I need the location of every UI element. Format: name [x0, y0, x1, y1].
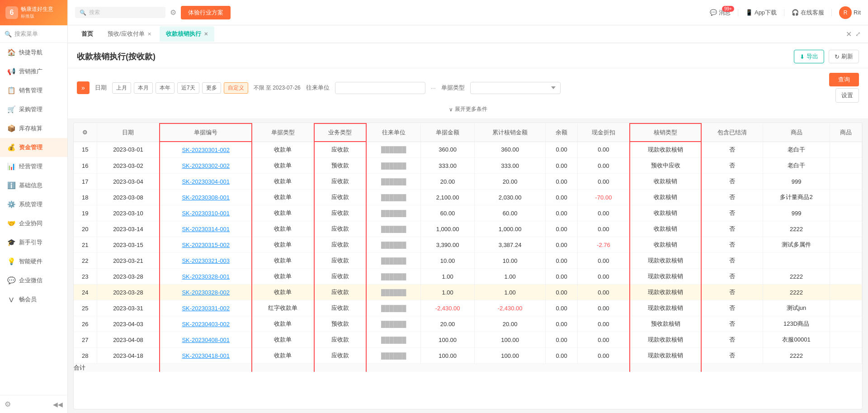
tab-close-icon[interactable]: ✕	[147, 31, 151, 37]
cell-voucher-no[interactable]: SK-20230331-002	[160, 300, 252, 316]
message-button[interactable]: 💬 消息 99+	[710, 9, 731, 17]
sidebar-item-hardware[interactable]: 💡 智能硬件	[0, 252, 67, 271]
voucher-link[interactable]: SK-20230310-001	[182, 210, 230, 217]
cell-no: 20	[74, 221, 97, 237]
sidebar-item-basic[interactable]: ℹ️ 基础信息	[0, 176, 67, 195]
cell-include-settled: 否	[701, 158, 763, 174]
collection-tab-label: 收款核销执行	[166, 30, 201, 38]
this-month-btn[interactable]: 本月	[134, 82, 153, 94]
table-row: 15 2023-03-01 SK-20230301-002 收款单 应收款 ██…	[74, 142, 862, 158]
sidebar-item-marketing[interactable]: 📢 营销推广	[0, 62, 67, 81]
voucher-link[interactable]: SK-20230321-003	[182, 257, 230, 264]
tab-close-icon[interactable]: ✕	[204, 31, 208, 37]
cell-biz-type: 应收款	[314, 142, 367, 158]
data-table: ⚙ 日期 单据编号 单据类型 业务类型 往来单位 单据金额 累计核销金额 余额 …	[74, 123, 862, 372]
this-year-btn[interactable]: 本年	[156, 82, 175, 94]
cell-voucher-no[interactable]: SK-20230310-001	[160, 205, 252, 221]
tab-collection[interactable]: 收款核销执行 ✕	[160, 26, 214, 42]
cell-cash-discount: -70.00	[578, 190, 630, 205]
cell-voucher-no[interactable]: SK-20230328-002	[160, 285, 252, 300]
voucher-link[interactable]: SK-20230331-002	[182, 305, 230, 312]
cell-goods2	[830, 300, 862, 316]
cell-voucher-no[interactable]: SK-20230408-001	[160, 332, 252, 348]
voucher-link[interactable]: SK-20230308-001	[182, 194, 230, 201]
expand-more-bar[interactable]: ∨ 展开更多条件	[77, 103, 859, 114]
sidebar-item-system[interactable]: ⚙️ 系统管理	[0, 195, 67, 214]
cell-voucher-type: 收款单	[252, 269, 314, 285]
voucher-type-select[interactable]	[470, 82, 561, 94]
sidebar-item-corp[interactable]: 🤝 企业协同	[0, 214, 67, 233]
last-7days-btn[interactable]: 近7天	[177, 82, 199, 94]
tab-prepay[interactable]: 预收/应收付单 ✕	[101, 26, 158, 42]
sidebar-item-sales[interactable]: 📋 销售管理	[0, 81, 67, 100]
cell-voucher-no[interactable]: SK-20230301-002	[160, 142, 252, 158]
export-button[interactable]: ⬇ 导出	[794, 50, 824, 63]
voucher-link[interactable]: SK-20230403-002	[182, 321, 230, 328]
settings-icon[interactable]: ⚙	[5, 400, 11, 408]
home-tab-label: 首页	[81, 30, 93, 38]
maximize-icon[interactable]: ⤢	[855, 30, 861, 38]
cell-goods2	[830, 142, 862, 158]
cell-voucher-no[interactable]: SK-20230418-001	[160, 348, 252, 364]
last-month-btn[interactable]: 上月	[112, 82, 131, 94]
app-logo: 6 畅康道好生意 标推版	[0, 0, 67, 25]
sidebar-item-operation[interactable]: 📊 经营管理	[0, 157, 67, 176]
voucher-link[interactable]: SK-20230301-002	[182, 147, 230, 153]
headset-icon: 🎧	[792, 9, 799, 16]
query-button[interactable]: 查询	[829, 73, 859, 86]
cell-balance: 0.00	[546, 142, 578, 158]
tab-home[interactable]: 首页	[75, 26, 99, 42]
cell-goods2	[830, 332, 862, 348]
partner-input[interactable]	[335, 82, 425, 94]
cell-balance: 0.00	[546, 190, 578, 205]
solution-button[interactable]: 体验行业方案	[181, 6, 231, 19]
sidebar-item-purchase[interactable]: 🛒 采购管理	[0, 100, 67, 119]
cell-voucher-no[interactable]: SK-20230302-002	[160, 158, 252, 174]
more-filter-btn[interactable]: ···	[431, 85, 436, 91]
sidebar-item-wechat[interactable]: 💬 企业微信	[0, 271, 67, 290]
cell-voucher-no[interactable]: SK-20230315-002	[160, 237, 252, 253]
topbar-search-wrap[interactable]: 🔍 搜索	[75, 7, 165, 18]
settings-button[interactable]: 设置	[835, 88, 859, 103]
cell-voucher-no[interactable]: SK-20230314-001	[160, 221, 252, 237]
cell-balance: 0.00	[546, 269, 578, 285]
user-menu[interactable]: R Rit	[839, 6, 861, 19]
close-all-icon[interactable]: ✕	[846, 30, 852, 38]
online-service-btn[interactable]: 🎧 在线客服	[792, 9, 824, 17]
th-setting[interactable]: ⚙	[74, 123, 97, 142]
cell-no: 17	[74, 174, 97, 190]
voucher-link[interactable]: SK-20230408-001	[182, 337, 230, 343]
custom-date-btn[interactable]: 自定义	[224, 82, 248, 94]
cell-voucher-type: 收款单	[252, 142, 314, 158]
voucher-link[interactable]: SK-20230328-001	[182, 273, 230, 280]
sidebar-item-inventory[interactable]: 📦 库存核算	[0, 119, 67, 138]
sidebar-item-member[interactable]: V 畅会员	[0, 290, 67, 309]
cell-voucher-no[interactable]: SK-20230328-001	[160, 269, 252, 285]
sidebar-item-label: 新手引导	[19, 238, 42, 247]
more-date-btn[interactable]: 更多	[202, 82, 221, 94]
sidebar-item-guide[interactable]: 🎓 新手引导	[0, 233, 67, 252]
voucher-link[interactable]: SK-20230418-001	[182, 352, 230, 359]
cell-voucher-no[interactable]: SK-20230321-003	[160, 253, 252, 269]
cell-voucher-no[interactable]: SK-20230304-001	[160, 174, 252, 190]
collapse-btn[interactable]: ◀◀	[53, 401, 63, 408]
refresh-button[interactable]: ↻ 刷新	[829, 50, 859, 63]
filter-expand-button[interactable]: »	[77, 81, 90, 94]
prepay-tab-label: 预收/应收付单	[108, 30, 145, 38]
cell-voucher-no[interactable]: SK-20230403-002	[160, 316, 252, 332]
cell-goods1: 123D商品	[763, 316, 830, 332]
gear-icon[interactable]: ⚙	[170, 8, 176, 17]
sidebar-search[interactable]: 🔍 搜索菜单	[0, 25, 67, 43]
date-range-display: 不限 至 2023-07-26	[254, 84, 301, 92]
sidebar-item-quick[interactable]: 🏠 快捷导航	[0, 43, 67, 62]
voucher-link[interactable]: SK-20230328-002	[182, 289, 230, 296]
voucher-link[interactable]: SK-20230314-001	[182, 226, 230, 233]
app-download-btn[interactable]: 📱 App下载	[745, 9, 777, 17]
voucher-link[interactable]: SK-20230302-002	[182, 162, 230, 169]
voucher-link[interactable]: SK-20230304-001	[182, 178, 230, 185]
voucher-link[interactable]: SK-20230315-002	[182, 242, 230, 248]
cell-include-settled: 否	[701, 221, 763, 237]
cell-voucher-no[interactable]: SK-20230308-001	[160, 190, 252, 205]
sidebar-item-fund[interactable]: 💰 资金管理	[0, 138, 67, 157]
cell-balance: 0.00	[546, 205, 578, 221]
